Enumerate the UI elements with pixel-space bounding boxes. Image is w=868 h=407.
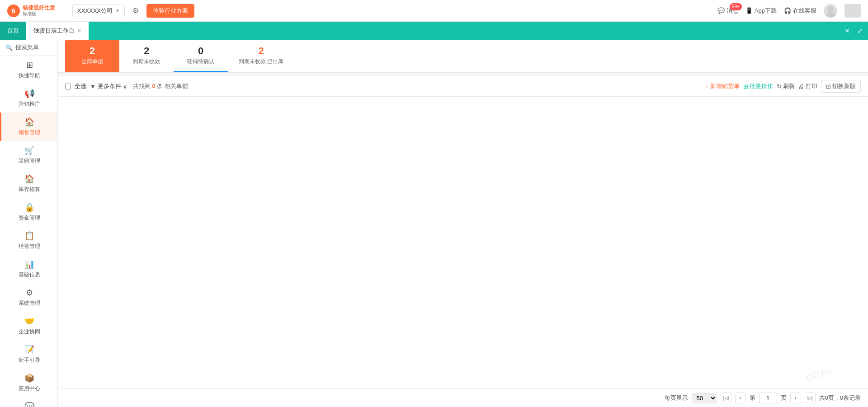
refresh-label: 刷新 [783,82,795,90]
more-filter-btn[interactable]: ▼ 更多条件 ∨ [90,82,127,90]
batch-ops-btn[interactable]: ⊞ 批量操作 [743,82,773,90]
stat-card-all[interactable]: 2 全部单据 [65,40,119,72]
switch-new-btn[interactable]: ⊡ 切换新版 [821,80,861,93]
logo-icon: 6 [7,5,20,17]
filter-arrow-icon: ∨ [123,83,127,90]
sidebar-item-app-center[interactable]: 📦 应用中心 [0,369,57,397]
avatar[interactable] [824,4,837,18]
sidebar-item-basic-info[interactable]: 📊 基础信息 [0,255,57,283]
stat-label-overdue: 到期未收款 [133,58,160,65]
stat-count-shipped: 2 [259,45,264,57]
tab-home[interactable]: 首页 [0,22,26,40]
stat-count-overdue: 2 [144,45,149,57]
toolbar-right: + 新增销货单 ⊞ 批量操作 ↻ 刷新 🖨 打印 ⊡ 切换新版 [705,80,861,93]
per-page-label: 每页显示 [665,394,688,402]
online-service-item[interactable]: 🎧 在线客服 [784,7,816,15]
inventory-icon: 🏠 [24,174,34,184]
switch-label: 切换新版 [832,82,856,90]
nav-tab-actions: ✕ ⤢ [843,25,868,36]
found-prefix: 共找到 [133,83,151,89]
sidebar-item-cooperation[interactable]: 🤝 企业协同 [0,312,57,340]
found-count: 0 [152,83,156,89]
nav-tabs: 首页 钱货日清工作台 ✕ ✕ ⤢ [0,22,868,40]
app-download-icon: 📱 [745,7,753,14]
stats-bar: 2 全部单据 2 到期未收款 0 旺铺待确认 2 到期未收款 已出库 [58,40,868,73]
quick-nav-icon: ⊞ [26,60,33,70]
tab-workbench[interactable]: 钱货日清工作台 ✕ [26,22,89,40]
purchase-icon: 🛒 [24,145,34,155]
refresh-btn[interactable]: ↻ 刷新 [777,82,795,90]
sidebar-item-quick-nav[interactable]: ⊞ 快捷导航 [0,56,57,84]
found-text: 共找到 0 条 相关单据 [133,82,188,90]
sidebar-label-purchase: 采购管理 [19,157,40,165]
prev-page-btn[interactable]: ‹ [735,393,746,403]
message-item[interactable]: 💬 消息 99+ [717,7,738,15]
print-btn[interactable]: 🖨 打印 [798,82,817,90]
next-page-btn[interactable]: › [790,393,801,403]
sidebar-item-system[interactable]: ⚙ 系统管理 [0,283,57,312]
sidebar-label-guide: 新手引导 [19,356,40,364]
sidebar-label-system: 系统管理 [19,299,40,307]
app-download-item[interactable]: 📱 App下载 [745,7,777,15]
trial-button[interactable]: 体验行业方案 [146,4,194,18]
search-menu-label: 搜索菜单 [15,43,39,51]
app-title: 畅捷通好生意 [23,5,55,11]
online-service-label: 在线客服 [793,7,816,15]
page-label-end: 页 [781,394,787,402]
refresh-icon: ↻ [777,83,782,90]
sidebar-item-purchase[interactable]: 🛒 采购管理 [0,141,57,169]
sidebar-item-operation[interactable]: 📋 经营管理 [0,226,57,255]
header-right: 💬 消息 99+ 📱 App下载 🎧 在线客服 [717,4,861,18]
app-center-icon: 📦 [24,373,34,383]
add-sales-btn[interactable]: + 新增销货单 [705,82,740,90]
print-icon: 🖨 [798,83,804,90]
stat-label-all: 全部单据 [81,58,103,65]
sidebar-search[interactable]: 🔍 搜索菜单 [0,40,57,56]
sidebar: 🔍 搜索菜单 ⊞ 快捷导航 📢 营销推广 🏠 销售管理 🛒 采购管理 🏠 库存核… [0,40,58,407]
sidebar-label-finance: 资金管理 [19,214,40,222]
sidebar-item-guide[interactable]: 📝 新手引导 [0,340,57,369]
last-page-btn[interactable]: ▷| [805,393,816,403]
page-input[interactable] [759,393,777,403]
first-page-btn[interactable]: |◁ [721,393,731,403]
svg-point-1 [826,13,835,18]
cooperation-icon: 🤝 [24,316,34,326]
guide-icon: 📝 [24,345,34,355]
headset-icon: 🎧 [784,7,791,14]
stat-count-wangpu: 0 [198,45,203,57]
batch-label: 批量操作 [750,82,773,90]
sidebar-item-finance[interactable]: 🔒 资金管理 [0,198,57,226]
sidebar-label-basic-info: 基础信息 [19,271,40,279]
per-page-select[interactable]: 50 100 200 [692,393,717,403]
message-badge: 99+ [730,3,742,10]
table-area [58,97,868,388]
pagination-bar: 每页显示 50 100 200 |◁ ‹ 第 页 › ▷| 共0页，0条记录 [58,388,868,407]
toolbar: 全选 ▼ 更多条件 ∨ 共找到 0 条 相关单据 + 新增销货单 ⊞ 批量操作 … [58,76,868,97]
stat-card-wangpu[interactable]: 0 旺铺待确认 [174,40,228,72]
sidebar-label-marketing: 营销推广 [19,100,40,108]
sidebar-item-sales[interactable]: 🏠 销售管理 [0,112,57,141]
sidebar-item-wechat[interactable]: 💬 企业微信 [0,397,57,407]
sidebar-label-operation: 经营管理 [19,243,40,250]
company-selector[interactable]: XXXXXX公司 ▼ [72,5,125,17]
sidebar-label-quick-nav: 快捷导航 [19,72,40,80]
stat-card-overdue[interactable]: 2 到期未收款 [119,40,174,72]
select-all-checkbox[interactable] [65,84,71,89]
company-name: XXXXXX公司 [77,7,113,15]
content-area: 2 全部单据 2 到期未收款 0 旺铺待确认 2 到期未收款 已出库 全选 ▼ … [58,40,868,407]
sidebar-label-app-center: 应用中心 [19,385,40,393]
sidebar-item-inventory[interactable]: 🏠 库存核算 [0,169,57,198]
user-name-area [844,4,861,18]
wechat-icon: 💬 [24,402,34,407]
finance-icon: 🔒 [24,202,34,212]
close-tab-btn[interactable]: ✕ [843,25,852,36]
tab-close-icon[interactable]: ✕ [77,28,81,34]
expand-tab-btn[interactable]: ⤢ [855,25,864,36]
batch-icon: ⊞ [743,83,748,90]
main-layout: 🔍 搜索菜单 ⊞ 快捷导航 📢 营销推广 🏠 销售管理 🛒 采购管理 🏠 库存核… [0,40,868,407]
stat-card-shipped[interactable]: 2 到期未收款 已出库 [228,40,294,72]
found-suffix: 条 相关单据 [157,83,188,89]
sidebar-item-marketing[interactable]: 📢 营销推广 [0,84,57,112]
settings-icon[interactable]: ⚙ [128,4,143,18]
sidebar-label-inventory: 库存核算 [19,186,40,193]
